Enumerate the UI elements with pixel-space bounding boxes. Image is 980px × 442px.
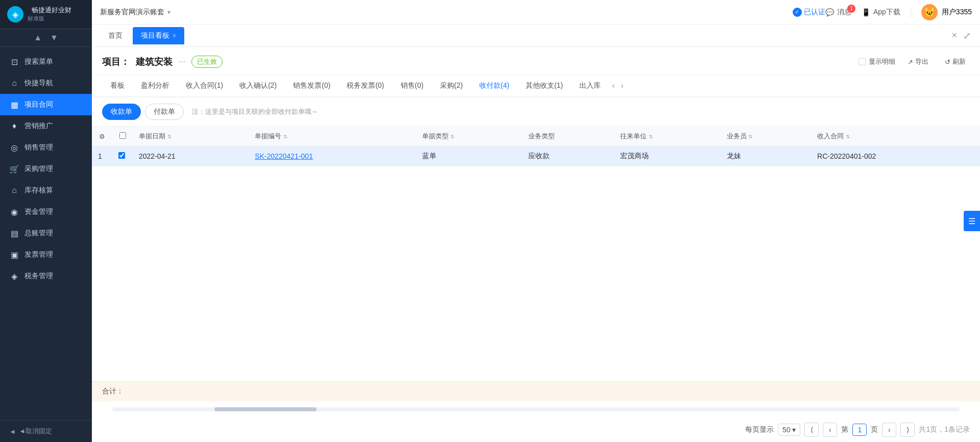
first-page-button[interactable]: ⟨ (804, 423, 819, 437)
current-page-number[interactable]: 1 (852, 424, 867, 436)
page-size-value: 50 (782, 426, 791, 434)
export-label: 导出 (915, 57, 928, 66)
contract-icon: ▦ (9, 100, 19, 110)
sidebar-item-sales[interactable]: ◎ 销售管理 (0, 137, 92, 158)
user-avatar: 🐱 (921, 4, 938, 20)
sidebar-logo: ◈ 畅捷通好业财 标准版 (0, 0, 92, 29)
project-more-button[interactable]: ··· (179, 57, 185, 66)
subnav-board[interactable]: 看板 (102, 75, 133, 97)
table-row[interactable]: 1 2022-04-21 SK-20220421-001 蓝单 应收款 宏茂商场… (92, 146, 980, 166)
sidebar-item-inventory[interactable]: ⌂ 库存核算 (0, 180, 92, 201)
close-window-button[interactable]: × (950, 29, 958, 42)
user-profile[interactable]: 🐱 用户3355 (921, 4, 972, 20)
project-status-badge: 已生效 (191, 56, 223, 68)
user-name: 用户3355 (942, 8, 972, 17)
window-controls: × ⤢ (950, 29, 972, 42)
sidebar: ◈ 畅捷通好业财 标准版 ▲ ▼ ⊡ 搜索菜单 ⌂ 快捷导航 ▦ 项目合同 ♦ … (0, 0, 92, 442)
payment-tab-button[interactable]: 付款单 (145, 104, 184, 120)
subnav-profit[interactable]: 盈利分析 (133, 75, 178, 97)
row-number[interactable]: SK-20220421-001 (249, 146, 415, 166)
prev-page-button[interactable]: ‹ (823, 423, 837, 437)
subnav-income-contract[interactable]: 收入合同(1) (178, 75, 231, 97)
sort-date-icon: ⇅ (167, 134, 172, 139)
tab-home[interactable]: 首页 (100, 27, 131, 44)
show-detail-checkbox[interactable]: 显示明细 (859, 57, 895, 66)
topbar-project-selector[interactable]: 新服务官网演示账套 ▾ (100, 8, 785, 17)
subnav-income-confirm[interactable]: 收入确认(2) (231, 75, 285, 97)
row-number-link[interactable]: SK-20220421-001 (255, 152, 313, 160)
app-version: 标准版 (28, 15, 71, 22)
tabbar: 首页 项目看板 × × ⤢ (92, 24, 980, 47)
tab-board[interactable]: 项目看板 × (133, 27, 184, 44)
sort-income-contract-icon: ⇅ (846, 134, 850, 139)
column-type[interactable]: 单据类型 ⇅ (416, 127, 522, 146)
subnav-payment[interactable]: 收付款(4) (471, 75, 518, 97)
data-table: ⚙ 单据日期 ⇅ 单据编号 ⇅ 单据类型 (92, 127, 980, 166)
column-settings[interactable]: ⚙ (92, 127, 112, 146)
page-size-select[interactable]: 50 ▾ (778, 424, 801, 436)
phone-icon: 📱 (862, 8, 870, 16)
subnav-next-arrow[interactable]: › (618, 77, 626, 94)
subnav-sales-invoice[interactable]: 销售发票(0) (285, 75, 338, 97)
row-select-checkbox[interactable] (118, 152, 125, 159)
sidebar-item-search[interactable]: ⊡ 搜索菜单 (0, 51, 92, 72)
subnav-prev-arrow[interactable]: ‹ (609, 77, 618, 94)
topbar-project-name: 新服务官网演示账套 (100, 8, 164, 17)
row-biz-type: 应收款 (522, 146, 615, 166)
message-badge: 1 (847, 5, 855, 13)
sidebar-item-invoice-label: 发票管理 (24, 250, 53, 259)
select-all-checkbox[interactable] (119, 132, 126, 139)
export-button[interactable]: ↗ 导出 (903, 55, 933, 68)
row-date: 2022-04-21 (133, 146, 249, 166)
sidebar-item-quicknav[interactable]: ⌂ 快捷导航 (0, 72, 92, 94)
project-label-prefix: 项目： (102, 56, 130, 68)
topbar-dropdown-icon[interactable]: ▾ (167, 9, 170, 16)
tab-board-close[interactable]: × (173, 32, 176, 39)
sidebar-item-tax[interactable]: ◈ 税务管理 (0, 265, 92, 287)
column-checkbox (112, 127, 133, 146)
page-label: 第 (841, 425, 848, 434)
sidebar-scroll-up[interactable]: ▲ (32, 31, 44, 44)
message-button[interactable]: 💬 消息 1 (825, 8, 851, 17)
column-income-contract[interactable]: 收入合同 ⇅ (811, 127, 980, 146)
sidebar-item-ledger[interactable]: ▤ 总账管理 (0, 223, 92, 244)
app-download-button[interactable]: 📱 App下载 (862, 8, 900, 17)
horizontal-scrollbar-track[interactable] (112, 407, 960, 411)
sidebar-cancel-fixed[interactable]: ◄ ◄取消固定 (0, 420, 92, 442)
sidebar-item-finance[interactable]: ◉ 资金管理 (0, 201, 92, 223)
expand-window-button[interactable]: ⤢ (962, 29, 972, 42)
sidebar-item-marketing[interactable]: ♦ 营销推广 (0, 115, 92, 137)
sidebar-item-contract[interactable]: ▦ 项目合同 (0, 94, 92, 115)
subnav-purchase[interactable]: 采购(2) (432, 75, 471, 97)
last-page-button[interactable]: ⟩ (900, 423, 915, 437)
row-checkbox[interactable] (112, 146, 133, 166)
marketing-icon: ♦ (9, 121, 19, 131)
column-date[interactable]: 单据日期 ⇅ (133, 127, 249, 146)
column-partner[interactable]: 往来单位 ⇅ (614, 127, 720, 146)
collection-tab-button[interactable]: 收款单 (102, 104, 141, 120)
pagination: 每页显示 50 ▾ ⟨ ‹ 第 1 页 › ⟩ 共1页，1条记录 (92, 418, 980, 442)
subnav-other-income[interactable]: 其他收支(1) (518, 75, 571, 97)
float-panel-button[interactable]: ☰ (964, 211, 980, 231)
sidebar-item-invoice[interactable]: ▣ 发票管理 (0, 244, 92, 265)
total-label: 合计： (102, 387, 124, 395)
topbar: 新服务官网演示账套 ▾ ✓ 已认证 💬 消息 1 📱 App下载 🐱 用户335… (92, 0, 980, 24)
sidebar-item-ledger-label: 总账管理 (24, 229, 53, 238)
subnav-storage[interactable]: 出入库 (571, 75, 609, 97)
home-icon: ⌂ (9, 78, 19, 88)
topbar-right: 💬 消息 1 📱 App下载 🐱 用户3355 (825, 4, 972, 20)
horizontal-scrollbar-thumb[interactable] (214, 407, 316, 411)
column-number[interactable]: 单据编号 ⇅ (249, 127, 415, 146)
refresh-button[interactable]: ↺ 刷新 (941, 55, 970, 68)
next-page-button[interactable]: › (882, 423, 896, 437)
export-icon: ↗ (908, 58, 913, 66)
column-salesperson[interactable]: 业务员 ⇅ (721, 127, 811, 146)
sidebar-item-purchase[interactable]: 🛒 采购管理 (0, 158, 92, 180)
sidebar-item-purchase-label: 采购管理 (24, 164, 53, 174)
sidebar-scroll-down[interactable]: ▼ (48, 31, 60, 44)
show-detail-label: 显示明细 (869, 57, 895, 66)
main-area: 新服务官网演示账套 ▾ ✓ 已认证 💬 消息 1 📱 App下载 🐱 用户335… (92, 0, 980, 442)
subnav-sales[interactable]: 销售(0) (393, 75, 432, 97)
inventory-icon: ⌂ (9, 185, 19, 195)
subnav-tax-invoice[interactable]: 税务发票(0) (338, 75, 392, 97)
